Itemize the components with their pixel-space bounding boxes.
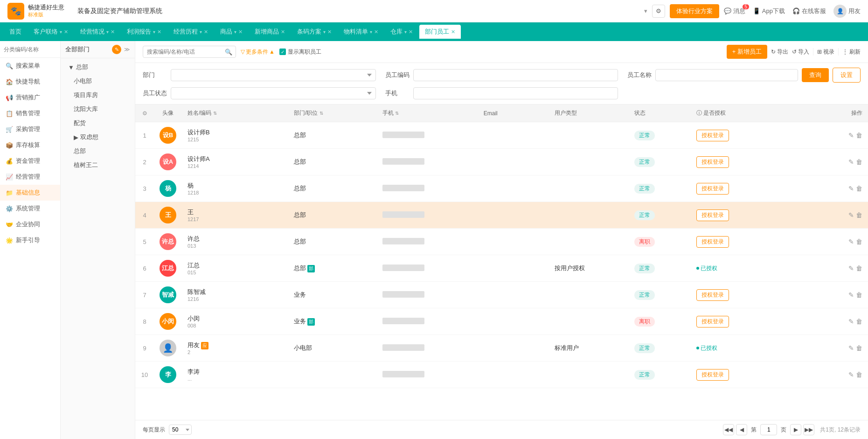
sidebar-item-finance[interactable]: 💰 资金管理 <box>0 153 60 169</box>
delete-button[interactable]: 🗑 <box>856 211 862 219</box>
add-employee-button[interactable]: + 新增员工 <box>727 45 767 59</box>
delete-button[interactable]: 🗑 <box>856 265 862 272</box>
per-page-select[interactable]: 50 100 200 <box>169 425 192 435</box>
sidebar-item-management[interactable]: 📈 经营管理 <box>0 169 60 185</box>
dept-edit-button[interactable]: ✎ <box>112 45 121 54</box>
sidebar-item-system[interactable]: ⚙️ 系统管理 <box>0 201 60 216</box>
auth-login-button[interactable]: 授权登录 <box>696 316 729 328</box>
edit-button[interactable]: ✎ <box>848 211 854 219</box>
set-button[interactable]: 设置 <box>833 68 861 83</box>
user-avatar-button[interactable]: 👤 用友 <box>833 5 861 18</box>
filter-empname-input[interactable] <box>655 69 798 81</box>
filter-status-select[interactable] <box>171 87 376 99</box>
tab-close-icon[interactable]: ✕ <box>204 29 208 35</box>
tab-close-icon[interactable]: ✕ <box>409 29 413 35</box>
edit-button[interactable]: ✎ <box>848 132 854 139</box>
dept-node-head[interactable]: ▼ 总部 <box>61 60 135 74</box>
last-page-button[interactable]: ▶▶ <box>803 424 814 435</box>
show-resign-checkbox[interactable]: ✓ 显示离职员工 <box>279 48 321 56</box>
tab-close-icon[interactable]: ✕ <box>327 29 332 35</box>
dept-node-head2[interactable]: 总部 <box>61 144 135 158</box>
tab-close-icon[interactable]: ✕ <box>451 29 455 35</box>
tab-business[interactable]: 经营情况 ▾ ✕ <box>75 25 120 39</box>
sidebar-item-purchase[interactable]: 🛒 采购管理 <box>0 121 60 137</box>
delete-button[interactable]: 🗑 <box>856 158 862 166</box>
edit-button[interactable]: ✎ <box>848 265 854 272</box>
edit-button[interactable]: ✎ <box>848 158 854 166</box>
dept-node-distribution[interactable]: 配货 <box>61 116 135 130</box>
auth-login-button[interactable]: 授权登录 <box>696 130 729 141</box>
dept-collapse-button[interactable]: ≫ <box>124 46 130 53</box>
tab-close-icon[interactable]: ✕ <box>64 29 68 35</box>
dept-node-double[interactable]: ▶ 双虑想 <box>61 130 135 144</box>
refresh-button[interactable]: ⋮ 刷新 <box>842 48 861 56</box>
tab-home[interactable]: 首页 <box>4 25 27 39</box>
tab-warehouse[interactable]: 仓库 ▾ ✕ <box>385 25 418 39</box>
edit-button[interactable]: ✎ <box>848 185 854 192</box>
filter-phone-input[interactable] <box>413 87 618 99</box>
dropdown-arrow-icon[interactable]: ▾ <box>644 7 647 14</box>
sidebar-item-search[interactable]: 🔍 搜索菜单 <box>0 58 60 74</box>
auth-login-button[interactable]: 授权登录 <box>696 209 729 221</box>
sidebar-item-basic[interactable]: 📁 基础信息 <box>0 185 60 201</box>
col-name-header[interactable]: 姓名/编码 ⇅ <box>182 105 288 122</box>
dept-node-small-elec[interactable]: 小电部 <box>61 74 135 88</box>
export-button[interactable]: ↻ 导出 <box>771 48 788 56</box>
auth-login-button[interactable]: 授权登录 <box>696 183 729 195</box>
edit-button[interactable]: ✎ <box>848 318 854 325</box>
sort-icon[interactable]: ⇅ <box>395 111 399 116</box>
tab-bom[interactable]: 物料清单 ▾ ✕ <box>338 25 384 39</box>
sidebar-item-nav[interactable]: 🏠 快捷导航 <box>0 74 60 90</box>
search-icon[interactable]: 🔍 <box>225 49 232 56</box>
delete-button[interactable]: 🗑 <box>856 344 862 352</box>
delete-button[interactable]: 🗑 <box>856 185 862 192</box>
delete-button[interactable]: 🗑 <box>856 371 862 378</box>
dept-node-project[interactable]: 项目库房 <box>61 88 135 102</box>
delete-button[interactable]: 🗑 <box>856 318 862 325</box>
sidebar-item-guide[interactable]: 🌟 新手引导 <box>0 232 60 248</box>
edit-button[interactable]: ✎ <box>848 238 854 245</box>
auth-login-button[interactable]: 授权登录 <box>696 156 729 168</box>
delete-button[interactable]: 🗑 <box>856 132 862 139</box>
exp-button[interactable]: 体验行业方案 <box>670 4 719 18</box>
more-filter-button[interactable]: ▽ 更多条件 ▲ <box>241 48 275 56</box>
tab-close-icon[interactable]: ✕ <box>374 29 378 35</box>
edit-button[interactable]: ✎ <box>848 291 854 299</box>
delete-button[interactable]: 🗑 <box>856 238 862 245</box>
filter-empcode-input[interactable] <box>413 69 618 81</box>
next-page-button[interactable]: ▶ <box>790 424 801 435</box>
import-button[interactable]: ↺ 导入 <box>792 48 809 56</box>
tab-close-icon[interactable]: ✕ <box>238 29 243 35</box>
sidebar-item-marketing[interactable]: 📢 营销推广 <box>0 90 60 105</box>
tab-history[interactable]: 经营历程 ▾ ✕ <box>168 25 214 39</box>
col-phone-header[interactable]: 手机 ⇅ <box>377 105 478 122</box>
tab-close-icon[interactable]: ✕ <box>281 29 285 35</box>
edit-button[interactable]: ✎ <box>848 344 854 352</box>
tab-barcode[interactable]: 条码方案 ▾ ✕ <box>292 25 337 39</box>
search-input[interactable] <box>143 46 236 58</box>
auth-login-button[interactable]: 授权登录 <box>696 369 729 381</box>
app-download-button[interactable]: 📱 App下载 <box>753 7 785 15</box>
auth-login-button[interactable]: 授权登录 <box>696 289 729 301</box>
tab-profit[interactable]: 利润报告 ▾ ✕ <box>121 25 167 39</box>
tab-goods[interactable]: 商品 ▾ ✕ <box>215 25 248 39</box>
page-input[interactable] <box>760 424 777 435</box>
sidebar-item-collab[interactable]: 🤝 企业协同 <box>0 216 60 232</box>
sidebar-search-input[interactable] <box>4 46 61 53</box>
tab-dept-staff[interactable]: 部门员工 ✕ <box>419 25 461 39</box>
settings-button[interactable]: ⚙ <box>652 5 665 18</box>
settings-icon[interactable]: ⚙ <box>142 110 147 117</box>
view-button[interactable]: ⊞ 视录 <box>817 48 834 56</box>
delete-button[interactable]: 🗑 <box>856 291 862 299</box>
dept-node-shenyang[interactable]: 沈阳大库 <box>61 102 135 116</box>
sidebar-item-sales[interactable]: 📋 销售管理 <box>0 105 60 121</box>
col-settings[interactable]: ⚙ <box>135 105 154 122</box>
edit-button[interactable]: ✎ <box>848 371 854 378</box>
auth-login-button[interactable]: 授权登录 <box>696 236 729 248</box>
filter-dept-select[interactable] <box>171 69 376 81</box>
query-button[interactable]: 查询 <box>802 68 829 82</box>
sort-icon[interactable]: ⇅ <box>319 111 323 116</box>
tab-add-goods[interactable]: 新增商品 ✕ <box>249 25 291 39</box>
col-dept-header[interactable]: 部门/职位 ⇅ <box>288 105 377 122</box>
prev-page-button[interactable]: ◀ <box>736 424 747 435</box>
